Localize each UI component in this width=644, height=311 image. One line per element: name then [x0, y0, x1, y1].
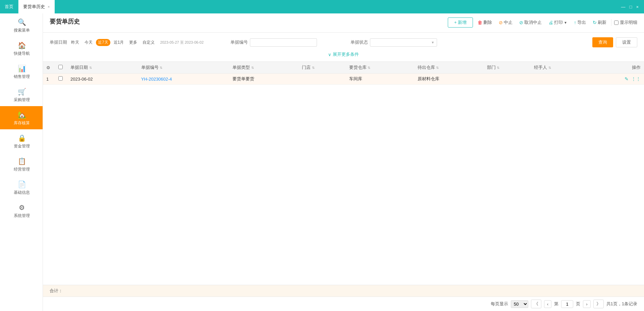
- sidebar-item-finance-mgmt[interactable]: 🔒 资金管理: [0, 129, 43, 152]
- pagination-bar: 每页显示 10 20 50 100 《 ‹ 第 页 › 》 共1页，1条记录: [43, 297, 644, 311]
- table-row: 1 2023-06-02 YH-20230602-4 要货单要货: [43, 74, 644, 85]
- delete-button[interactable]: 🗑 删除: [476, 18, 494, 27]
- minimize-icon[interactable]: —: [621, 4, 626, 9]
- basic-info-icon: 📄: [18, 180, 26, 188]
- th-date[interactable]: 单据日期 ⇅: [67, 62, 138, 74]
- cell-checkbox: [55, 74, 67, 85]
- sidebar-item-inventory[interactable]: 🏡 库存核算: [0, 106, 43, 129]
- edit-op-icon[interactable]: ✎: [625, 76, 629, 82]
- data-table: ⚙ 单据日期 ⇅ 单据编号 ⇅ 单据类型: [43, 62, 644, 85]
- sidebar-item-sales-mgmt[interactable]: 📊 销售管理: [0, 60, 43, 83]
- date-filter-label: 单据日期: [50, 39, 67, 45]
- sidebar: 🔍 搜索菜单 🏠 快捷导航 📊 销售管理 🛒 采购管理 🏡 库存核算 🔒 资金管…: [0, 13, 43, 311]
- table-wrapper: ⚙ 单据日期 ⇅ 单据编号 ⇅ 单据类型: [43, 62, 644, 285]
- date-opt-more[interactable]: 更多: [127, 39, 139, 46]
- first-page-btn[interactable]: 《: [531, 300, 541, 308]
- bill-no-link[interactable]: YH-20230602-4: [141, 77, 172, 82]
- status-label: 单据状态: [351, 39, 368, 45]
- th-req-warehouse[interactable]: 要货仓库 ⇅: [346, 62, 414, 74]
- export-icon: ↑: [574, 20, 576, 25]
- export-button[interactable]: ↑ 导出: [572, 18, 588, 27]
- refresh-icon: ↻: [593, 20, 597, 25]
- tab-home[interactable]: 首页: [0, 0, 18, 13]
- page-label: 第: [554, 301, 558, 307]
- th-checkbox: [55, 62, 67, 74]
- sidebar-item-basic-info[interactable]: 📄 基础信息: [0, 176, 43, 199]
- sort-bill-type-icon: ⇅: [251, 66, 254, 70]
- cell-bill-type: 要货单要货: [229, 74, 299, 85]
- filter-actions: 查询 设置: [592, 37, 637, 47]
- last-page-btn[interactable]: 》: [593, 300, 604, 308]
- cancel-suspend-button[interactable]: ⊘ 取消中止: [517, 18, 544, 27]
- sidebar-item-quick-nav[interactable]: 🏠 快捷导航: [0, 37, 43, 60]
- bill-no-input[interactable]: [250, 38, 317, 47]
- sidebar-item-purchase-mgmt[interactable]: 🛒 采购管理: [0, 83, 43, 106]
- sort-bill-no-icon: ⇅: [160, 66, 162, 70]
- row-checkbox[interactable]: [58, 76, 63, 81]
- table-header: ⚙ 单据日期 ⇅ 单据编号 ⇅ 单据类型: [43, 62, 644, 74]
- maximize-icon[interactable]: □: [630, 4, 632, 9]
- suspend-icon: ⊘: [499, 20, 503, 25]
- query-button[interactable]: 查询: [592, 37, 613, 47]
- ops-mgmt-icon: 📋: [18, 157, 26, 165]
- filter-row-1: 单据日期 昨天 今天 近7天 近1月 更多 自定义 2023-05-27 至 2…: [50, 37, 637, 47]
- page-size-label: 每页显示: [491, 301, 508, 307]
- status-filter: 单据状态 ▼: [351, 38, 437, 47]
- close-icon[interactable]: ×: [636, 4, 639, 9]
- page-suffix: 页: [576, 301, 580, 307]
- th-handler[interactable]: 经手人 ⇅: [531, 62, 588, 74]
- cell-pending-warehouse: 原材料仓库: [414, 74, 484, 85]
- print-icon: 🖨: [548, 20, 553, 25]
- sidebar-item-ops-mgmt[interactable]: 📋 经营管理: [0, 152, 43, 176]
- tab-purchase-history[interactable]: 要货单历史 ×: [18, 0, 55, 13]
- th-pending-warehouse[interactable]: 待出仓库 ⇅: [414, 62, 484, 74]
- top-bar: 首页 要货单历史 × — □ ×: [0, 0, 644, 13]
- th-ops: 操作: [588, 62, 644, 74]
- settings-button[interactable]: 设置: [616, 37, 637, 47]
- th-settings[interactable]: ⚙: [43, 62, 55, 74]
- sidebar-item-sys-mgmt[interactable]: ⚙ 系统管理: [0, 199, 43, 222]
- status-input[interactable]: [370, 38, 437, 47]
- cell-shop: [299, 74, 345, 85]
- page-size-select[interactable]: 10 20 50 100: [511, 300, 528, 308]
- prev-page-btn[interactable]: ‹: [544, 300, 551, 308]
- new-button[interactable]: + 新增: [448, 17, 473, 28]
- page-header: 要货单历史 + 新增 🗑 删除 ⊘ 中止 ⊘ 取消中止: [43, 13, 644, 33]
- date-opt-yesterday[interactable]: 昨天: [69, 39, 81, 46]
- sidebar-item-search-menu[interactable]: 🔍 搜索菜单: [0, 13, 43, 37]
- cell-bill-no[interactable]: YH-20230602-4: [138, 74, 229, 85]
- date-filter: 单据日期 昨天 今天 近7天 近1月 更多 自定义 2023-05-27 至 2…: [50, 39, 204, 46]
- cell-ops: ✎ ⋮⋮: [588, 74, 644, 85]
- finance-mgmt-icon: 🔒: [18, 134, 26, 142]
- display-detail-checkbox[interactable]: [614, 20, 619, 25]
- date-opt-1month[interactable]: 近1月: [112, 39, 126, 46]
- sort-pending-warehouse-icon: ⇅: [436, 66, 439, 70]
- top-bar-right: — □ ×: [621, 4, 644, 9]
- main-layout: 🔍 搜索菜单 🏠 快捷导航 📊 销售管理 🛒 采购管理 🏡 库存核算 🔒 资金管…: [0, 13, 644, 311]
- total-info: 共1页，1条记录: [606, 301, 637, 307]
- select-all-checkbox[interactable]: [58, 65, 63, 69]
- cell-seq: 1: [43, 74, 55, 85]
- expand-more-btn[interactable]: ∨ 展开更多条件: [50, 50, 637, 59]
- date-options: 昨天 今天 近7天 近1月 更多 自定义: [69, 39, 157, 46]
- bill-no-label: 单据编号: [230, 39, 248, 45]
- status-dropdown-icon: ▼: [431, 41, 434, 44]
- page-input[interactable]: [561, 300, 573, 308]
- footer-total: 合计：: [43, 285, 644, 297]
- tab-close-icon[interactable]: ×: [48, 5, 50, 9]
- next-page-btn[interactable]: ›: [583, 300, 590, 308]
- expand-more-chevron-icon: ∨: [328, 52, 331, 57]
- th-shop[interactable]: 门店 ⇅: [299, 62, 345, 74]
- print-button[interactable]: 🖨 打印 ▼: [546, 18, 569, 27]
- suspend-button[interactable]: ⊘ 中止: [497, 18, 515, 27]
- th-bill-type[interactable]: 单据类型 ⇅: [229, 62, 299, 74]
- display-detail-button[interactable]: 显示明细: [614, 19, 637, 26]
- date-opt-custom[interactable]: 自定义: [141, 39, 157, 46]
- more-op-icon[interactable]: ⋮⋮: [631, 76, 641, 82]
- sort-shop-icon: ⇅: [312, 66, 315, 70]
- th-department[interactable]: 部门 ⇅: [484, 62, 531, 74]
- date-opt-today[interactable]: 今天: [83, 39, 95, 46]
- date-opt-7days[interactable]: 近7天: [96, 39, 110, 46]
- th-bill-no[interactable]: 单据编号 ⇅: [138, 62, 229, 74]
- refresh-button[interactable]: ↻ 刷新: [591, 18, 608, 27]
